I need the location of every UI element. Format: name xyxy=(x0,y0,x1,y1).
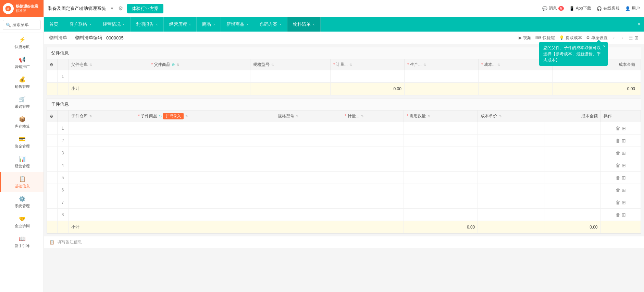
child-row-warehouse[interactable] xyxy=(68,184,135,196)
child-row-spec[interactable] xyxy=(275,196,342,209)
copy-row-button[interactable]: ⊞ xyxy=(622,150,626,156)
child-row-unit-cost[interactable] xyxy=(478,196,545,209)
parent-row-warehouse[interactable] xyxy=(68,70,148,83)
child-row-spec[interactable] xyxy=(275,122,342,135)
copy-row-button[interactable]: ⊞ xyxy=(622,138,626,143)
child-row-unit[interactable] xyxy=(342,122,404,135)
tab-history-close[interactable]: × xyxy=(189,23,191,26)
child-row-unit-cost[interactable] xyxy=(478,122,545,135)
copy-row-button[interactable]: ⊞ xyxy=(622,163,626,168)
delete-row-button[interactable]: 🗑 xyxy=(616,200,620,205)
child-row-unit[interactable] xyxy=(342,135,404,147)
child-row-spec[interactable] xyxy=(275,172,342,184)
breadcrumb-bom-list[interactable]: 物料清单 xyxy=(49,35,67,41)
shortcut-button[interactable]: ⌨ 快捷键 xyxy=(535,35,555,41)
child-row-warehouse[interactable] xyxy=(68,147,135,159)
child-row-qty[interactable] xyxy=(404,147,478,159)
notes-label[interactable]: 填写备注信息 xyxy=(57,239,82,245)
single-settings-button[interactable]: ⚙ 单据设置 × 您的父件、子件的成本取值可以选择【参考成本、最新进价、平均成本… xyxy=(586,35,607,41)
child-row-unit-cost[interactable] xyxy=(478,184,545,196)
child-row-qty[interactable] xyxy=(404,209,478,221)
sidebar-item-system[interactable]: ⚙️ 系统管理 xyxy=(0,192,44,212)
child-row-warehouse[interactable] xyxy=(68,159,135,172)
tab-history[interactable]: 经营历程 × xyxy=(164,17,197,32)
message-button[interactable]: 💬 消息 6 xyxy=(542,5,564,11)
tab-operations[interactable]: 经营情况 × xyxy=(97,17,131,32)
delete-row-button[interactable]: 🗑 xyxy=(616,150,620,156)
copy-row-button[interactable]: ⊞ xyxy=(622,175,626,180)
scan-input-button[interactable]: 扫码录入 xyxy=(163,113,184,119)
add-parent-product-icon[interactable]: ⊕ xyxy=(172,62,175,67)
child-row-unit-cost[interactable] xyxy=(478,135,545,147)
view-video-button[interactable]: ▶ 视频 xyxy=(519,35,531,41)
copy-row-button[interactable]: ⊞ xyxy=(622,200,626,205)
grid-view-icon[interactable]: ⊞ xyxy=(634,35,639,40)
prev-record-button[interactable]: ‹ xyxy=(612,34,616,41)
sidebar-item-operations[interactable]: 📊 经营管理 xyxy=(0,152,44,172)
child-row-product[interactable] xyxy=(135,135,275,147)
parent-row-product[interactable] xyxy=(148,70,250,83)
parent-row-unit[interactable] xyxy=(330,70,404,83)
delete-row-button[interactable]: 🗑 xyxy=(616,175,620,180)
tab-profit[interactable]: 利润报告 × xyxy=(131,17,164,32)
tab-add-goods-close[interactable]: × xyxy=(246,23,248,26)
tab-profit-close[interactable]: × xyxy=(156,23,158,26)
sidebar-item-enterprise[interactable]: 🤝 企业协同 xyxy=(0,212,44,232)
child-row-product[interactable] xyxy=(135,122,275,135)
tooltip-close-button[interactable]: × xyxy=(603,43,606,49)
child-row-warehouse[interactable] xyxy=(68,122,135,135)
child-row-spec[interactable] xyxy=(275,135,342,147)
sidebar-item-marketing[interactable]: 📢 营销推广 xyxy=(0,53,44,73)
child-row-unit[interactable] xyxy=(342,196,404,209)
child-row-unit-cost[interactable] xyxy=(478,159,545,172)
sidebar-item-inventory[interactable]: 📦 库存核算 xyxy=(0,113,44,132)
tab-barcode[interactable]: 条码方案 × xyxy=(254,17,287,32)
delete-row-button[interactable]: 🗑 xyxy=(616,187,620,193)
sidebar-item-finance[interactable]: 💳 资金管理 xyxy=(0,132,44,152)
child-row-product[interactable] xyxy=(135,196,275,209)
copy-row-button[interactable]: ⊞ xyxy=(622,187,626,193)
tab-customer[interactable]: 客户联络 × xyxy=(64,17,97,32)
tab-bom[interactable]: 物料清单 × xyxy=(287,17,321,32)
child-row-spec[interactable] xyxy=(275,159,342,172)
child-row-unit[interactable] xyxy=(342,172,404,184)
delete-row-button[interactable]: 🗑 xyxy=(616,138,620,143)
child-row-qty[interactable] xyxy=(404,135,478,147)
trial-button[interactable]: 体验行业方案 xyxy=(127,4,163,13)
close-all-tabs-button[interactable]: × xyxy=(634,21,644,27)
tab-home[interactable]: 首页 xyxy=(44,17,64,32)
child-row-warehouse[interactable] xyxy=(68,172,135,184)
child-row-qty[interactable] xyxy=(404,184,478,196)
child-row-spec[interactable] xyxy=(275,184,342,196)
child-row-unit-cost[interactable] xyxy=(478,209,545,221)
copy-row-button[interactable]: ⊞ xyxy=(622,212,626,218)
child-row-qty[interactable] xyxy=(404,122,478,135)
next-record-button[interactable]: › xyxy=(620,34,624,41)
child-row-product[interactable] xyxy=(135,184,275,196)
sidebar-item-quick-nav[interactable]: ⚡ 快捷导航 xyxy=(0,33,44,53)
sidebar-item-basic-info[interactable]: 📋 基础信息 xyxy=(0,172,44,192)
tab-barcode-close[interactable]: × xyxy=(280,23,282,26)
tab-add-goods[interactable]: 新增商品 × xyxy=(221,17,254,32)
child-row-unit[interactable] xyxy=(342,147,404,159)
child-row-unit[interactable] xyxy=(342,159,404,172)
copy-row-button[interactable]: ⊞ xyxy=(622,126,626,131)
sidebar-item-purchase[interactable]: 🛒 采购管理 xyxy=(0,93,44,113)
search-menu-button[interactable]: 🔍 搜索菜单 xyxy=(3,20,41,30)
app-download-button[interactable]: 📱 App下载 xyxy=(569,5,591,11)
child-row-unit-cost[interactable] xyxy=(478,147,545,159)
tab-goods-close[interactable]: × xyxy=(213,23,215,26)
child-row-warehouse[interactable] xyxy=(68,196,135,209)
sidebar-item-guide[interactable]: 📖 新手引导 xyxy=(0,232,44,252)
child-row-qty[interactable] xyxy=(404,172,478,184)
tab-customer-close[interactable]: × xyxy=(89,23,91,26)
child-row-product[interactable] xyxy=(135,209,275,221)
child-row-spec[interactable] xyxy=(275,209,342,221)
child-row-product[interactable] xyxy=(135,159,275,172)
extract-cost-button[interactable]: 💡 提取成本 xyxy=(559,35,582,41)
child-row-unit[interactable] xyxy=(342,184,404,196)
list-view-icon[interactable]: ☰ xyxy=(629,35,633,40)
tab-bom-close[interactable]: × xyxy=(313,23,315,26)
tab-operations-close[interactable]: × xyxy=(123,23,125,26)
child-row-unit-cost[interactable] xyxy=(478,172,545,184)
